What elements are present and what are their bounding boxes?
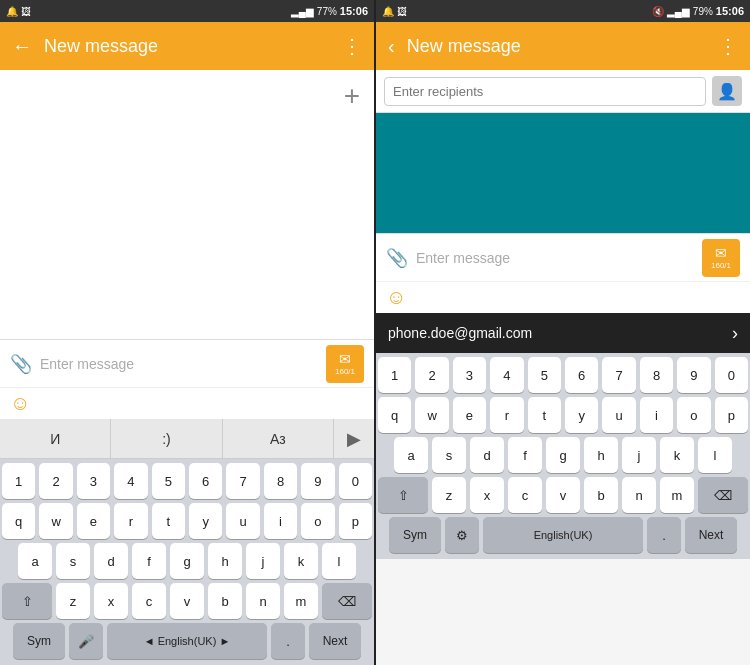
left-more-button[interactable]: ⋮ [342,34,362,58]
right-next-key[interactable]: Next [685,517,737,553]
left-add-button[interactable]: + [344,80,360,112]
left-key-x[interactable]: x [94,583,128,619]
left-send-button[interactable]: ✉ 160/1 [326,345,364,383]
right-back-button[interactable]: ‹ [388,35,395,58]
left-key-s[interactable]: s [56,543,90,579]
right-key-r[interactable]: r [490,397,523,433]
right-key-h[interactable]: h [584,437,618,473]
right-shift-key[interactable]: ⇧ [378,477,428,513]
right-key-y[interactable]: y [565,397,598,433]
right-key-5[interactable]: 5 [528,357,561,393]
right-key-l[interactable]: l [698,437,732,473]
left-key-8[interactable]: 8 [264,463,297,499]
left-suggestion-0[interactable]: И [0,419,111,458]
left-key-e[interactable]: e [77,503,110,539]
right-space-key[interactable]: English(UK) [483,517,643,553]
left-key-y[interactable]: y [189,503,222,539]
left-key-4[interactable]: 4 [114,463,147,499]
right-key-3[interactable]: 3 [453,357,486,393]
right-send-button[interactable]: ✉ 160/1 [702,239,740,277]
left-key-n[interactable]: n [246,583,280,619]
left-key-v[interactable]: v [170,583,204,619]
left-backspace-key[interactable]: ⌫ [322,583,372,619]
right-key-p[interactable]: p [715,397,748,433]
right-key-u[interactable]: u [602,397,635,433]
right-key-m[interactable]: m [660,477,694,513]
right-key-s[interactable]: s [432,437,466,473]
right-backspace-key[interactable]: ⌫ [698,477,748,513]
left-key-w[interactable]: w [39,503,72,539]
left-suggestion-1[interactable]: :) [111,419,222,458]
right-key-7[interactable]: 7 [602,357,635,393]
right-email-next-arrow[interactable]: › [732,323,738,344]
right-key-z[interactable]: z [432,477,466,513]
left-key-o[interactable]: o [301,503,334,539]
left-key-z[interactable]: z [56,583,90,619]
left-key-9[interactable]: 9 [301,463,334,499]
right-key-8[interactable]: 8 [640,357,673,393]
left-key-d[interactable]: d [94,543,128,579]
left-key-p[interactable]: p [339,503,372,539]
right-key-x[interactable]: x [470,477,504,513]
left-key-q[interactable]: q [2,503,35,539]
left-period-key[interactable]: . [271,623,305,659]
right-key-t[interactable]: t [528,397,561,433]
left-sym-key[interactable]: Sym [13,623,65,659]
left-key-0[interactable]: 0 [339,463,372,499]
left-key-r[interactable]: r [114,503,147,539]
right-key-f[interactable]: f [508,437,542,473]
left-key-a[interactable]: a [18,543,52,579]
right-key-d[interactable]: d [470,437,504,473]
right-key-9[interactable]: 9 [677,357,710,393]
left-key-h[interactable]: h [208,543,242,579]
right-key-k[interactable]: k [660,437,694,473]
left-space-key[interactable]: ◄ English(UK) ► [107,623,267,659]
left-key-k[interactable]: k [284,543,318,579]
left-message-input[interactable]: Enter message [40,356,326,372]
right-more-button[interactable]: ⋮ [718,34,738,58]
left-key-i[interactable]: i [264,503,297,539]
left-key-t[interactable]: t [152,503,185,539]
left-key-3[interactable]: 3 [77,463,110,499]
left-key-m[interactable]: m [284,583,318,619]
left-shift-key[interactable]: ⇧ [2,583,52,619]
left-next-key[interactable]: Next [309,623,361,659]
left-key-u[interactable]: u [226,503,259,539]
left-key-1[interactable]: 1 [2,463,35,499]
right-key-q[interactable]: q [378,397,411,433]
left-suggestion-2[interactable]: Аз [223,419,334,458]
right-key-c[interactable]: c [508,477,542,513]
right-key-o[interactable]: o [677,397,710,433]
left-key-7[interactable]: 7 [226,463,259,499]
left-key-l[interactable]: l [322,543,356,579]
right-key-i[interactable]: i [640,397,673,433]
left-suggestion-next[interactable]: ▶ [334,428,374,450]
right-key-e[interactable]: e [453,397,486,433]
left-key-6[interactable]: 6 [189,463,222,499]
right-key-0[interactable]: 0 [715,357,748,393]
right-key-b[interactable]: b [584,477,618,513]
left-key-5[interactable]: 5 [152,463,185,499]
left-key-j[interactable]: j [246,543,280,579]
right-key-j[interactable]: j [622,437,656,473]
left-key-2[interactable]: 2 [39,463,72,499]
right-key-6[interactable]: 6 [565,357,598,393]
right-key-n[interactable]: n [622,477,656,513]
right-sym-key[interactable]: Sym [389,517,441,553]
right-key-w[interactable]: w [415,397,448,433]
left-emoji-button[interactable]: ☺ [10,392,30,415]
right-gear-key[interactable]: ⚙ [445,517,479,553]
left-key-g[interactable]: g [170,543,204,579]
left-key-b[interactable]: b [208,583,242,619]
right-key-g[interactable]: g [546,437,580,473]
right-recipients-input[interactable] [384,77,706,106]
left-back-button[interactable]: ← [12,35,32,58]
right-key-v[interactable]: v [546,477,580,513]
right-email-text[interactable]: phone.doe@gmail.com [388,325,732,341]
right-key-2[interactable]: 2 [415,357,448,393]
right-message-input[interactable]: Enter message [416,250,702,266]
right-key-a[interactable]: a [394,437,428,473]
right-emoji-button[interactable]: ☺ [386,286,406,309]
right-contact-icon[interactable]: 👤 [712,76,742,106]
right-period-key[interactable]: . [647,517,681,553]
